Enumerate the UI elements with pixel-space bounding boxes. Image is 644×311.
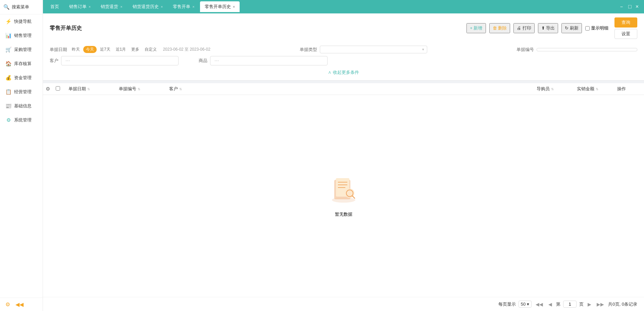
basic-info-icon: 📰	[5, 103, 11, 109]
collapse-label: ∧ 收起更多条件	[328, 70, 359, 75]
tab-label: 销货退货	[101, 4, 118, 10]
tab-sales-return-history[interactable]: 销货退货历史×	[128, 1, 167, 12]
add-button[interactable]: + 新增	[466, 23, 486, 33]
system-icon: ⚙	[5, 117, 11, 123]
tab-label: 首页	[50, 4, 59, 10]
col-header-client[interactable]: 客户⇅	[166, 83, 534, 95]
sidebar-item-label: 销售管理	[14, 33, 32, 39]
page-label-prefix: 第	[556, 301, 560, 307]
page-label-suffix: 页	[579, 301, 584, 307]
date-filter: 单据日期 昨天今天近7天近1月更多自定义 2023-06-02 至 2023-0…	[50, 46, 210, 53]
col-header-action: 操作	[614, 83, 641, 95]
tab-home[interactable]: 首页	[46, 1, 64, 12]
search-icon: 🔍	[3, 4, 10, 10]
empty-text: 暂无数据	[335, 211, 352, 217]
window-minimize[interactable]: －	[619, 3, 624, 10]
sidebar-item-inventory[interactable]: 🏠库存核算	[0, 57, 43, 71]
tab-close-sales-order[interactable]: ×	[89, 5, 91, 9]
purchase-mgmt-icon: 🛒	[5, 47, 11, 53]
export-button[interactable]: ⬆ 导出	[538, 23, 558, 33]
sales-mgmt-icon: 📊	[5, 33, 11, 39]
date-quick-btn-近1月[interactable]: 近1月	[114, 46, 128, 53]
col-label-amount: 实销金额	[577, 86, 594, 92]
sidebar-search[interactable]: 🔍 搜索菜单	[0, 0, 43, 14]
sidebar-item-quick-nav[interactable]: ⚡快捷导航	[0, 14, 43, 29]
sort-icon-amount: ⇅	[596, 87, 598, 91]
tab-sales-order[interactable]: 销售订单×	[64, 1, 95, 12]
date-quick-buttons: 昨天今天近7天近1月更多自定义	[70, 46, 159, 53]
per-page-select[interactable]: 50 ▾	[518, 301, 532, 308]
page-title: 零售开单历史	[50, 25, 82, 32]
client-filter: 客户 ···	[50, 56, 179, 65]
print-button[interactable]: 🖨 打印	[513, 23, 535, 33]
query-button[interactable]: 查询	[614, 17, 637, 28]
tab-label: 零售开单历史	[205, 4, 231, 10]
bill-number-input[interactable]	[537, 48, 637, 51]
date-label: 单据日期	[50, 47, 67, 53]
goods-label: 商品	[199, 58, 207, 64]
last-page-btn[interactable]: ▶▶	[595, 301, 605, 308]
sidebar-item-label: 库存核算	[14, 61, 32, 67]
next-page-btn[interactable]: ▶	[586, 301, 593, 308]
client-label: 客户	[50, 58, 58, 64]
window-close[interactable]: ×	[636, 4, 639, 10]
sidebar-nav: ⚡快捷导航📊销售管理🛒采购管理🏠库存核算💰资金管理📋经营管理📰基础信息⚙系统管理	[0, 14, 43, 298]
tab-close-retail-history[interactable]: ×	[233, 5, 235, 9]
date-range-display: 2023-06-02 至 2023-06-02	[163, 47, 210, 52]
bill-type-select[interactable]: ▾	[320, 46, 427, 53]
col-label-action: 操作	[617, 86, 626, 92]
window-maximize[interactable]: □	[628, 4, 632, 10]
tab-retail-open[interactable]: 零售开单×	[168, 1, 199, 12]
col-header-guide[interactable]: 导购员⇅	[534, 83, 574, 95]
select-all-checkbox[interactable]	[56, 86, 60, 91]
current-page-input[interactable]	[563, 301, 577, 308]
collapse-sidebar-icon[interactable]: ◀◀	[15, 301, 23, 308]
col-header-amount[interactable]: 实销金额⇅	[574, 83, 614, 95]
content-area: 零售开单历史 + 新增 🗑 删除 🖨 打印 ⬆ 导出 ↻ 刷新 显示明细 查询 …	[43, 13, 644, 311]
sidebar-item-basic-info[interactable]: 📰基础信息	[0, 99, 43, 113]
show-detail-input[interactable]	[585, 26, 590, 31]
inventory-icon: 🏠	[5, 61, 11, 67]
sidebar-item-label: 采购管理	[14, 47, 32, 53]
per-page-label: 每页显示	[498, 301, 516, 307]
page-header: 零售开单历史 + 新增 🗑 删除 🖨 打印 ⬆ 导出 ↻ 刷新 显示明细 查询 …	[43, 13, 644, 81]
tab-close-sales-return-history[interactable]: ×	[161, 5, 163, 9]
prev-page-btn[interactable]: ◀	[547, 301, 553, 308]
show-detail-checkbox[interactable]: 显示明细	[585, 25, 608, 31]
sidebar-item-system[interactable]: ⚙系统管理	[0, 113, 43, 127]
collapse-filter-bar[interactable]: ∧ 收起更多条件	[50, 68, 637, 77]
tab-sales-return[interactable]: 销货退货×	[96, 1, 127, 12]
main-area: 首页销售订单×销货退货×销货退货历史×零售开单×零售开单历史× － □ × 零售…	[43, 0, 644, 311]
delete-button[interactable]: 🗑 删除	[489, 23, 510, 33]
filter-row-2: 客户 ··· 商品 ···	[50, 56, 637, 65]
sidebar-item-operations[interactable]: 📋经营管理	[0, 85, 43, 99]
date-quick-btn-自定义[interactable]: 自定义	[143, 46, 159, 53]
goods-input[interactable]: ···	[210, 56, 328, 65]
date-quick-btn-昨天[interactable]: 昨天	[70, 46, 82, 53]
col-label-number: 单据编号	[119, 86, 136, 92]
col-label-date: 单据日期	[68, 86, 86, 92]
sidebar-item-label: 系统管理	[14, 117, 32, 123]
tab-close-retail-open[interactable]: ×	[192, 5, 194, 9]
settings-footer-icon[interactable]: ⚙	[5, 301, 10, 308]
date-quick-btn-今天[interactable]: 今天	[83, 46, 97, 53]
client-input[interactable]: ···	[61, 56, 179, 65]
sidebar-item-purchase-mgmt[interactable]: 🛒采购管理	[0, 43, 43, 57]
setting-button[interactable]: 设置	[614, 29, 637, 39]
col-header-number[interactable]: 单据编号⇅	[116, 83, 166, 95]
col-header-date[interactable]: 单据日期⇅	[66, 83, 116, 95]
first-page-btn[interactable]: ◀◀	[534, 301, 544, 308]
date-quick-btn-近7天[interactable]: 近7天	[98, 46, 112, 53]
tab-retail-history[interactable]: 零售开单历史×	[200, 1, 240, 12]
sidebar-item-sales-mgmt[interactable]: 📊销售管理	[0, 29, 43, 43]
tab-label: 销售订单	[69, 4, 87, 10]
bill-type-arrow: ▾	[422, 47, 424, 52]
sidebar-item-label: 资金管理	[14, 75, 32, 81]
tab-close-sales-return[interactable]: ×	[120, 5, 122, 9]
sidebar-item-finance[interactable]: 💰资金管理	[0, 71, 43, 85]
table-settings-icon[interactable]: ⚙	[46, 86, 56, 92]
date-quick-btn-更多[interactable]: 更多	[129, 46, 141, 53]
col-label-client: 客户	[169, 86, 178, 92]
refresh-button[interactable]: ↻ 刷新	[561, 23, 582, 33]
goods-filter: 商品 ···	[199, 56, 328, 65]
